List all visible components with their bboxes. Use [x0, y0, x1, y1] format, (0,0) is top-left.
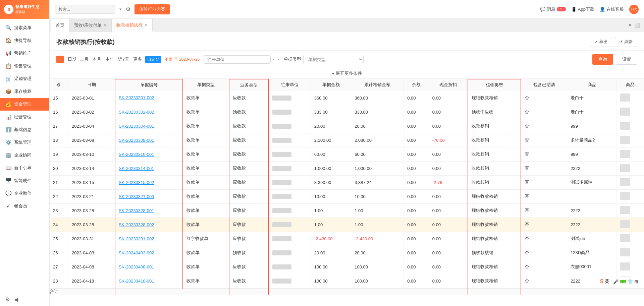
cell-balance: 0.00	[404, 218, 429, 232]
tabbar-close-icon[interactable]: ✕	[628, 23, 632, 28]
cell-write-off: 360.00	[351, 91, 404, 105]
message-item[interactable]: 💬 消息 99+	[540, 6, 566, 12]
export-button[interactable]: ↗ 导出	[590, 37, 612, 47]
cell-date: 2023-04-03	[68, 246, 115, 260]
sidebar-settings-icon[interactable]: ⚙	[5, 296, 10, 303]
table-body: 15 2023-03-01 SK-20230301-002 收款单 应收款 36…	[50, 91, 644, 288]
cell-product	[567, 189, 617, 203]
sidebar-item-guide[interactable]: 📖 新手引导	[0, 162, 49, 174]
sidebar-item-operation[interactable]: 📊 经营管理	[0, 111, 49, 123]
online-support-item[interactable]: 👤 在线客服	[600, 6, 624, 12]
sidebar-item-member[interactable]: ✓ 畅会员	[0, 200, 49, 212]
message-badge: 99+	[557, 7, 566, 11]
finance-icon: 💰	[5, 101, 11, 107]
sidebar-item-wechat[interactable]: 💬 企业微信	[0, 187, 49, 200]
cell-partner	[269, 260, 311, 274]
col-settings[interactable]: ⚙	[50, 79, 68, 91]
cell-doc-no: SK-20230408-001	[115, 260, 183, 274]
tab-verification-close[interactable]: ✕	[145, 23, 148, 27]
doc-no-link[interactable]: SK-20230304-001	[119, 124, 154, 129]
doc-no-link[interactable]: SK-20230418-001	[119, 279, 154, 284]
cell-write-off: 1.00	[351, 203, 404, 218]
logo-icon: 6	[4, 5, 13, 14]
cell-write-off: 3,387.24	[351, 175, 404, 189]
cell-write-off-type: 现结收款核销	[468, 203, 521, 218]
tabbar-maximize-icon[interactable]: ⬜	[635, 23, 640, 28]
doc-no-link[interactable]: SK-20230328-002	[119, 222, 154, 227]
partner-filter-dots[interactable]: ···	[273, 56, 280, 63]
doc-no-link[interactable]: SK-20230301-002	[119, 95, 154, 100]
cell-partner	[269, 246, 311, 260]
cell-idx: 28	[50, 274, 68, 288]
sidebar-item-marketing[interactable]: 📢 营销推广	[0, 47, 49, 60]
sidebar-item-inventory[interactable]: 📦 库存核算	[0, 85, 49, 98]
sidebar-item-finance[interactable]: 💰 资金管理	[0, 98, 49, 111]
refresh-button[interactable]: ↺ 刷新	[615, 37, 637, 47]
doc-no-link[interactable]: SK-20230408-001	[119, 264, 154, 269]
cell-product2	[617, 189, 644, 203]
more-date-button[interactable]: 更多	[132, 56, 143, 63]
expand-more-button[interactable]: ▾ 展开更多条件	[332, 70, 362, 76]
partner-filter-input[interactable]	[204, 55, 271, 64]
custom-date-button[interactable]: 自定义	[145, 56, 161, 63]
sidebar-item-search[interactable]: 🔍 搜索菜单	[0, 21, 49, 34]
page-title: 收款核销执行(按收款)	[56, 38, 115, 46]
cell-balance: 0.00	[404, 133, 429, 147]
doc-no-link[interactable]: SK-20230321-003	[119, 194, 154, 199]
doc-no-link[interactable]: SK-20230310-001	[119, 152, 154, 157]
sidebar-item-label-search: 搜索菜单	[14, 25, 32, 31]
cell-doc-type: 收款单	[183, 260, 229, 274]
doc-no-link[interactable]: SK-20230302-002	[119, 110, 154, 115]
last-7days-button[interactable]: 近7天	[117, 56, 130, 63]
topbar-dropdown-icon[interactable]: ▾	[119, 7, 122, 12]
user-avatar[interactable]: Rit	[629, 5, 639, 14]
doc-no-link[interactable]: SK-20230314-001	[119, 166, 154, 171]
cell-idx: 21	[50, 175, 68, 189]
cell-balance: 0.00	[404, 246, 429, 260]
cell-product: 2222	[567, 203, 617, 218]
doc-no-link[interactable]: SK-20240403-002	[119, 250, 154, 255]
table-header: ⚙ 日期 单据编号 单据类型 业务类型 往来单位 单据金额 累计核销金额 余额 …	[50, 79, 644, 91]
tab-home[interactable]: 首页	[51, 19, 69, 32]
member-icon: ✓	[5, 203, 11, 209]
main-content: ▾ ⚙ 体验行业方案 💬 消息 99+ 📱 App下载 👤 在线客服 Rit	[50, 0, 644, 306]
filter-expand-button[interactable]: »	[56, 56, 64, 63]
expand-icon: ▾	[332, 71, 334, 76]
topbar-gear-icon[interactable]: ⚙	[126, 6, 130, 12]
cell-doc-type: 收款单	[183, 119, 229, 133]
tab-verification[interactable]: 收款核销执行 ✕	[112, 19, 153, 32]
query-button[interactable]: 查询	[592, 54, 613, 65]
filter-settings-button[interactable]: 设置	[616, 54, 637, 65]
sidebar-item-basic[interactable]: ℹ️ 基础信息	[0, 123, 49, 136]
sidebar-item-label-quicknav: 快捷导航	[14, 38, 32, 44]
cell-discount: 0.00	[429, 91, 468, 105]
sidebar-item-hardware[interactable]: 🖥️ 智能硬件	[0, 174, 49, 187]
doc-no-link[interactable]: SK-20230331-002	[119, 236, 154, 241]
this-month-button[interactable]: 本月	[91, 56, 103, 63]
col-write-off: 累计核销金额	[351, 79, 404, 91]
topbar-search-input[interactable]	[55, 5, 115, 14]
cell-balance: 0.00	[404, 232, 429, 246]
cell-date: 2023-03-10	[68, 147, 115, 161]
sidebar-item-sales[interactable]: 📋 销售管理	[0, 60, 49, 72]
cell-date: 2023-03-04	[68, 119, 115, 133]
cell-discount: 0.00	[429, 260, 468, 274]
sidebar-item-purchase[interactable]: 🛒 采购管理	[0, 72, 49, 85]
this-year-button[interactable]: 本年	[104, 56, 115, 63]
sidebar-item-quicknav[interactable]: 🏠 快捷导航	[0, 34, 49, 47]
doc-no-link[interactable]: SK-20230328-001	[119, 208, 154, 213]
cell-write-off: 60.00	[351, 147, 404, 161]
sidebar-item-corp[interactable]: 🏢 企业协同	[0, 149, 49, 162]
table-row: 19 2023-03-10 SK-20230310-001 收款单 应收款 60…	[50, 147, 644, 161]
receipt-type-select[interactable]: 单据类型	[303, 55, 364, 64]
doc-no-link[interactable]: SK-20230315-002	[119, 180, 154, 185]
tab-receipt-close[interactable]: ✕	[104, 23, 107, 27]
last-month-button[interactable]: 上月	[78, 56, 90, 63]
sidebar-collapse-icon[interactable]: ◀	[14, 296, 18, 303]
doc-no-link[interactable]: SK-20230308-001	[119, 138, 154, 143]
industry-solution-button[interactable]: 体验行业方案	[135, 4, 170, 14]
sidebar-item-system[interactable]: ⚙️ 系统管理	[0, 136, 49, 149]
tab-receipt[interactable]: 预收/应收付单 ✕	[69, 19, 112, 32]
app-download-item[interactable]: 📱 App下载	[571, 6, 594, 12]
cell-date: 2023-04-08	[68, 260, 115, 274]
